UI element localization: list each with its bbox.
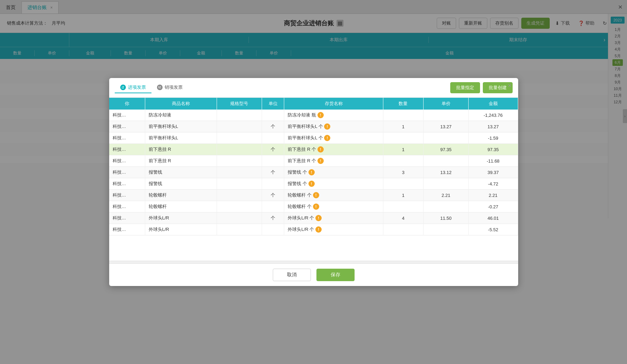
col-inventory: 存货名称 — [284, 98, 383, 110]
cell-qty — [383, 110, 424, 121]
cell-spec — [217, 178, 262, 190]
cell-price — [424, 201, 469, 213]
col-spec: 规格型号 — [217, 98, 262, 110]
cell-price — [424, 132, 469, 144]
cell-price: 13.12 — [424, 167, 469, 178]
cell-qty — [383, 155, 424, 167]
cell-amount: -1.59 — [468, 132, 518, 144]
cell-supplier: 科技… — [109, 213, 145, 224]
cell-inventory: 外球头L/R 个 ! — [284, 213, 383, 224]
horizontal-scrollbar[interactable] — [109, 261, 518, 263]
cell-spec — [217, 201, 262, 213]
cell-product: 外球头L/R — [145, 224, 217, 235]
cell-product: 外球头L/R — [145, 213, 217, 224]
col-unit: 单位 — [262, 98, 284, 110]
modal-table-container: 你 商品名称 规格型号 单位 存货名称 数量 单价 金额 科技… 防冻冷却液 — [109, 98, 518, 261]
cell-product: 前平衡杆球头L — [145, 121, 217, 132]
table-row: 科技… 前下悬挂 R 个 前下悬挂 R 个 ! 1 97.35 97.35 — [109, 144, 518, 155]
table-row: 科技… 前平衡杆球头L 个 前平衡杆球头L 个 ! 1 13.27 13.27 — [109, 121, 518, 132]
cancel-button[interactable]: 取消 — [273, 269, 311, 281]
cell-qty: 1 — [383, 190, 424, 201]
cell-spec — [217, 155, 262, 167]
cell-amount: -4.72 — [468, 178, 518, 190]
table-row: 科技… 前平衡杆球头L 前平衡杆球头L 个 ! -1.59 — [109, 132, 518, 144]
modal-dialog: 进 进项发票 销 销项发票 批量指定 批量创建 × — [109, 78, 518, 286]
table-row: 科技… 轮毂螺杆 轮毂螺杆 个 ! -0.27 — [109, 201, 518, 213]
income-invoice-label: 进项发票 — [128, 84, 146, 90]
cell-inventory: 防冻冷却液 瓶 ! — [284, 110, 383, 121]
cell-supplier: 科技… — [109, 132, 145, 144]
cell-qty: 1 — [383, 121, 424, 132]
cell-product: 前下悬挂 R — [145, 144, 217, 155]
batch-assign-button[interactable]: 批量指定 — [450, 82, 480, 93]
col-product: 商品名称 — [145, 98, 217, 110]
cell-unit — [262, 155, 284, 167]
cell-amount: 39.37 — [468, 167, 518, 178]
cell-amount: 46.01 — [468, 213, 518, 224]
cell-amount: 97.35 — [468, 144, 518, 155]
cell-inventory: 前下悬挂 R 个 ! — [284, 144, 383, 155]
cell-supplier: 科技… — [109, 224, 145, 235]
cell-inventory: 报警线 个 ! — [284, 178, 383, 190]
cell-amount: -11.68 — [468, 155, 518, 167]
cell-price: 2.21 — [424, 190, 469, 201]
col-amount: 金额 — [468, 98, 518, 110]
warn-icon: ! — [317, 112, 324, 118]
cell-supplier: 科技… — [109, 144, 145, 155]
cell-unit — [262, 110, 284, 121]
cell-supplier: 科技… — [109, 190, 145, 201]
cell-unit: 个 — [262, 144, 284, 155]
col-supplier: 你 — [109, 98, 145, 110]
modal-close-button[interactable]: × — [506, 81, 514, 90]
warn-icon: ! — [324, 123, 330, 130]
warn-icon: ! — [315, 226, 322, 233]
cell-supplier: 科技… — [109, 121, 145, 132]
tab-income-invoice[interactable]: 进 进项发票 — [115, 82, 151, 93]
cell-product: 轮毂螺杆 — [145, 201, 217, 213]
cell-price: 97.35 — [424, 144, 469, 155]
sales-invoice-label: 销项发票 — [165, 84, 183, 90]
cell-qty: 4 — [383, 213, 424, 224]
sales-invoice-icon: 销 — [157, 85, 163, 90]
table-row: 科技… 外球头L/R 个 外球头L/R 个 ! 4 11.50 46.01 — [109, 213, 518, 224]
warn-icon: ! — [313, 203, 319, 210]
cell-amount: -0.27 — [468, 201, 518, 213]
cell-product: 报警线 — [145, 167, 217, 178]
cell-inventory: 轮毂螺杆 个 ! — [284, 201, 383, 213]
cell-spec — [217, 213, 262, 224]
save-button[interactable]: 保存 — [316, 269, 355, 281]
warn-icon: ! — [324, 135, 330, 141]
cell-inventory: 前平衡杆球头L 个 ! — [284, 132, 383, 144]
tab-sales-invoice[interactable]: 销 销项发票 — [151, 82, 188, 93]
cell-supplier: 科技… — [109, 167, 145, 178]
cell-qty — [383, 132, 424, 144]
warn-icon: ! — [308, 169, 315, 175]
cell-unit — [262, 224, 284, 235]
cell-product: 报警线 — [145, 178, 217, 190]
modal-footer: 取消 保存 — [109, 263, 518, 286]
cell-supplier: 科技… — [109, 155, 145, 167]
cell-unit: 个 — [262, 121, 284, 132]
modal-overlay: 进 进项发票 销 销项发票 批量指定 批量创建 × — [0, 0, 627, 364]
cell-spec — [217, 224, 262, 235]
cell-price — [424, 155, 469, 167]
cell-unit: 个 — [262, 190, 284, 201]
cell-spec — [217, 110, 262, 121]
warn-icon: ! — [317, 158, 324, 164]
col-qty: 数量 — [383, 98, 424, 110]
cell-qty — [383, 201, 424, 213]
cell-unit — [262, 201, 284, 213]
income-invoice-icon: 进 — [120, 85, 126, 90]
cell-inventory: 前下悬挂 R 个 ! — [284, 155, 383, 167]
table-row: 科技… 报警线 个 报警线 个 ! 3 13.12 39.37 — [109, 167, 518, 178]
cell-qty: 1 — [383, 144, 424, 155]
cell-inventory: 轮毂螺杆 个 ! — [284, 190, 383, 201]
cell-amount: -5.52 — [468, 224, 518, 235]
cell-product: 前下悬挂 R — [145, 155, 217, 167]
cell-inventory: 前平衡杆球头L 个 ! — [284, 121, 383, 132]
cell-qty — [383, 178, 424, 190]
cell-amount: 13.27 — [468, 121, 518, 132]
invoice-table: 你 商品名称 规格型号 单位 存货名称 数量 单价 金额 科技… 防冻冷却液 — [109, 98, 518, 235]
modal-header-actions: 批量指定 批量创建 — [450, 82, 513, 93]
cell-product: 防冻冷却液 — [145, 110, 217, 121]
